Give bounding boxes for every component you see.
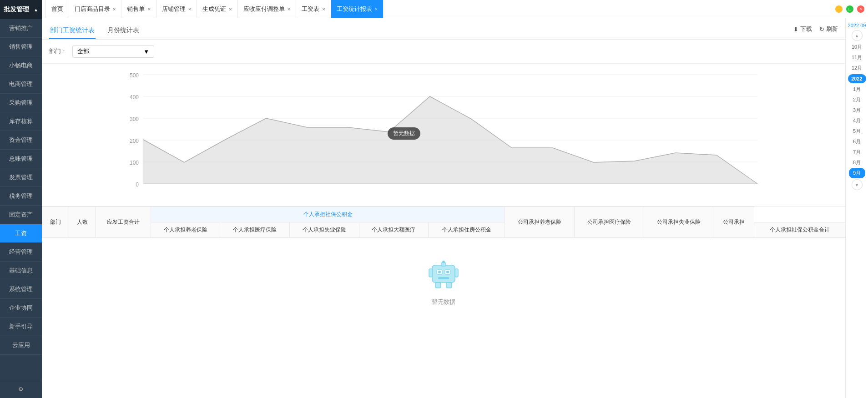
close-button[interactable]: × xyxy=(857,5,864,13)
filter-bar: 部门： 全部 ▼ xyxy=(42,40,845,64)
tab-close-5[interactable]: × xyxy=(288,6,290,12)
svg-rect-24 xyxy=(446,282,452,288)
th-company-medical: 公司承担医疗保险 xyxy=(575,207,644,238)
tab-0[interactable]: 首页 xyxy=(45,0,69,18)
sidebar-item-9[interactable]: 税务管理 xyxy=(0,187,42,206)
table-area[interactable]: 部门 人数 应发工资合计 个人承担社保公积金 公司承担养老保险 公司承担医疗保险… xyxy=(42,206,845,398)
tab-label-4: 生成凭证 xyxy=(202,5,226,13)
tab-close-1[interactable]: × xyxy=(113,6,116,12)
sidebar: 批发管理 ▲ 营销推广销售管理小畅电商电商管理采购管理库存核算资金管理总账管理发… xyxy=(0,0,42,398)
svg-rect-23 xyxy=(435,282,441,288)
sidebar-item-16[interactable]: 新手引导 xyxy=(0,317,42,336)
timeline-up-button[interactable]: ▲ xyxy=(852,30,863,41)
tab-4[interactable]: 生成凭证× xyxy=(197,0,237,18)
svg-text:0: 0 xyxy=(136,181,139,188)
maximize-button[interactable]: □ xyxy=(846,5,853,13)
timeline-month-4[interactable]: 4月 xyxy=(846,116,868,126)
tab-label-5: 应收应付调整单 xyxy=(243,5,285,13)
timeline-month-12[interactable]: 12月 xyxy=(846,63,868,73)
sidebar-footer[interactable]: ⚙ xyxy=(0,380,42,398)
timeline-month-10[interactable]: 10月 xyxy=(846,42,868,52)
download-icon: ⬇ xyxy=(793,26,798,33)
sidebar-item-11[interactable]: 工资 xyxy=(0,224,42,243)
svg-rect-18 xyxy=(438,277,449,279)
tab-label-7: 工资统计报表 xyxy=(337,5,372,13)
sidebar-item-12[interactable]: 经营管理 xyxy=(0,243,42,262)
timeline-month-11[interactable]: 11月 xyxy=(846,52,868,63)
tab-label-6: 工资表 xyxy=(302,5,319,13)
page-content: 部门工资统计表 月份统计表 ⬇ 下载 ↻ 刷新 部门： xyxy=(42,18,845,398)
sidebar-item-8[interactable]: 发票管理 xyxy=(0,168,42,187)
department-select-value: 全部 xyxy=(77,47,89,55)
empty-state: 暂无数据 xyxy=(42,238,845,324)
th-company-more: 公司承担 xyxy=(713,207,754,238)
timeline-month-1[interactable]: 1月 xyxy=(846,84,868,95)
svg-point-20 xyxy=(442,261,445,263)
tab-label-1: 门店商品目录 xyxy=(75,5,110,13)
sidebar-item-0[interactable]: 营销推广 xyxy=(0,19,42,38)
department-select[interactable]: 全部 ▼ xyxy=(72,45,154,58)
tab-1[interactable]: 门店商品目录× xyxy=(69,0,121,18)
chart-no-data-badge: 暂无数据 xyxy=(388,127,420,140)
timeline-month-3[interactable]: 3月 xyxy=(846,105,868,116)
empty-icon xyxy=(425,256,462,292)
table-header-row1: 部门 人数 应发工资合计 个人承担社保公积金 公司承担养老保险 公司承担医疗保险… xyxy=(42,207,845,222)
tab-label-3: 店铺管理 xyxy=(162,5,186,13)
tab-6[interactable]: 工资表× xyxy=(296,0,331,18)
tab-7[interactable]: 工资统计报表× xyxy=(331,0,384,18)
svg-point-16 xyxy=(438,271,441,273)
th-personal-big-medical: 个人承担大额医疗 xyxy=(359,222,429,238)
svg-rect-13 xyxy=(432,265,455,282)
tab-department-stats[interactable]: 部门工资统计表 xyxy=(49,23,96,39)
timeline-month-5[interactable]: 5月 xyxy=(846,126,868,136)
sidebar-header[interactable]: 批发管理 ▲ xyxy=(0,0,42,19)
data-table: 部门 人数 应发工资合计 个人承担社保公积金 公司承担养老保险 公司承担医疗保险… xyxy=(42,207,845,238)
tab-3[interactable]: 店铺管理× xyxy=(156,0,197,18)
timeline-month-8[interactable]: 8月 xyxy=(846,157,868,168)
content-area: 部门工资统计表 月份统计表 ⬇ 下载 ↻ 刷新 部门： xyxy=(42,18,868,398)
sidebar-item-15[interactable]: 企业协同 xyxy=(0,299,42,317)
timeline-month-2[interactable]: 2月 xyxy=(846,95,868,105)
tab-close-2[interactable]: × xyxy=(147,6,150,12)
settings-icon: ⚙ xyxy=(18,386,24,393)
svg-text:300: 300 xyxy=(130,116,139,122)
sidebar-item-2[interactable]: 小畅电商 xyxy=(0,56,42,75)
timeline-month-7[interactable]: 7月 xyxy=(846,147,868,157)
sidebar-item-13[interactable]: 基础信息 xyxy=(0,262,42,280)
chevron-down-icon: ▼ xyxy=(143,48,149,55)
timeline-down-button[interactable]: ▼ xyxy=(852,179,863,190)
sidebar-item-5[interactable]: 库存核算 xyxy=(0,112,42,131)
sidebar-item-10[interactable]: 固定资产 xyxy=(0,206,42,224)
th-personal-housing: 个人承担住房公积金 xyxy=(429,222,505,238)
th-total-salary: 应发工资合计 xyxy=(96,207,151,238)
sidebar-item-3[interactable]: 电商管理 xyxy=(0,75,42,94)
refresh-button[interactable]: ↻ 刷新 xyxy=(819,25,838,33)
tab-2[interactable]: 销售单× xyxy=(121,0,156,18)
th-personal-old: 个人承担养老保险 xyxy=(151,222,220,238)
filter-label: 部门： xyxy=(49,47,67,55)
download-button[interactable]: ⬇ 下载 xyxy=(793,25,812,33)
svg-point-17 xyxy=(446,271,449,273)
minimize-button[interactable]: − xyxy=(835,5,843,13)
tab-5[interactable]: 应收应付调整单× xyxy=(238,0,296,18)
timeline-month-6[interactable]: 6月 xyxy=(846,136,868,147)
sub-tab-group: 部门工资统计表 月份统计表 xyxy=(49,23,140,39)
main-area: 首页门店商品目录×销售单×店铺管理×生成凭证×应收应付调整单×工资表×工资统计报… xyxy=(42,0,868,398)
sub-tabs-bar: 部门工资统计表 月份统计表 ⬇ 下载 ↻ 刷新 xyxy=(42,18,845,40)
tab-close-6[interactable]: × xyxy=(322,6,325,12)
timeline-year-badge[interactable]: 2022 xyxy=(848,74,866,83)
tab-close-7[interactable]: × xyxy=(375,6,378,12)
sidebar-item-6[interactable]: 资金管理 xyxy=(0,131,42,150)
sidebar-item-4[interactable]: 采购管理 xyxy=(0,94,42,112)
sidebar-item-7[interactable]: 总账管理 xyxy=(0,150,42,168)
sidebar-item-14[interactable]: 系统管理 xyxy=(0,280,42,299)
tab-monthly-stats[interactable]: 月份统计表 xyxy=(106,23,140,39)
th-company-old: 公司承担养老保险 xyxy=(505,207,575,238)
sidebar-item-17[interactable]: 云应用 xyxy=(0,336,42,355)
timeline-date-label: 2022.09 xyxy=(848,23,866,28)
th-company-unemp: 公司承担失业保险 xyxy=(644,207,713,238)
tab-close-4[interactable]: × xyxy=(229,6,232,12)
tab-close-3[interactable]: × xyxy=(188,6,191,12)
timeline-month-9[interactable]: 9月 xyxy=(849,168,865,178)
sidebar-item-1[interactable]: 销售管理 xyxy=(0,38,42,56)
